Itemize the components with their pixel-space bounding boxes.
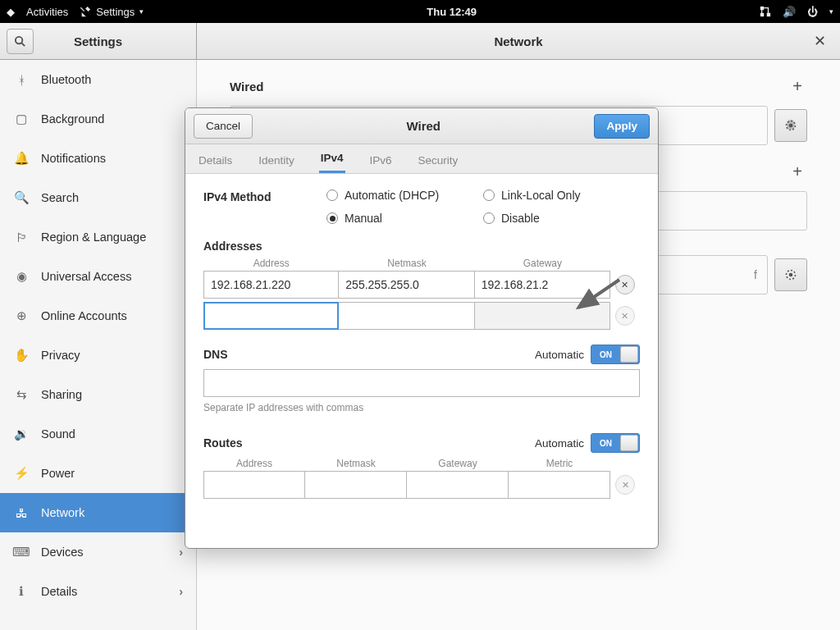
- ipv4-method-link-local-only[interactable]: Link-Local Only: [483, 189, 640, 202]
- ipv4-method-automatic-dhcp-[interactable]: Automatic (DHCP): [326, 189, 483, 202]
- addresses-label: Addresses: [203, 240, 640, 253]
- svg-rect-0: [760, 7, 764, 10]
- tab-security[interactable]: Security: [417, 148, 460, 173]
- radio-icon: [483, 212, 495, 224]
- activities-button[interactable]: Activities: [26, 6, 68, 18]
- ipv4-method-options: Automatic (DHCP)Link-Local OnlyManualDis…: [326, 189, 640, 225]
- ipv4-method-disable[interactable]: Disable: [483, 212, 640, 225]
- gnome-logo-icon: ◆: [7, 6, 15, 18]
- system-menu-chevron-icon[interactable]: ▾: [829, 7, 833, 16]
- tab-identity[interactable]: Identity: [257, 148, 296, 173]
- dialog-header: Cancel Wired Apply: [185, 108, 658, 144]
- address-row-0: ✕: [203, 271, 640, 299]
- dns-label: DNS: [203, 348, 228, 361]
- route-gateway-input[interactable]: [407, 471, 509, 499]
- network-icon[interactable]: [760, 6, 771, 17]
- address-input-new[interactable]: [203, 302, 339, 330]
- netmask-input[interactable]: [339, 271, 474, 299]
- tab-details[interactable]: Details: [197, 148, 234, 173]
- apply-button[interactable]: Apply: [594, 114, 650, 139]
- address-input[interactable]: [203, 271, 339, 299]
- delete-row-button[interactable]: ✕: [615, 275, 635, 294]
- routes-label: Routes: [203, 436, 242, 450]
- radio-icon: [483, 189, 495, 201]
- ipv4-method-manual[interactable]: Manual: [326, 212, 483, 225]
- route-netmask-input[interactable]: [305, 471, 407, 499]
- dns-input[interactable]: [203, 369, 640, 397]
- address-row-1: ✕: [203, 302, 640, 330]
- dns-automatic-label: Automatic: [535, 349, 584, 361]
- gateway-input-new[interactable]: [475, 302, 610, 330]
- dialog-tabs: DetailsIdentityIPv4IPv6Security: [185, 144, 658, 174]
- clock[interactable]: Thu 12:49: [144, 6, 760, 18]
- route-metric-input[interactable]: [509, 471, 610, 499]
- netmask-input-new[interactable]: [339, 302, 474, 330]
- gnome-topbar: ◆ Activities Settings ▾ Thu 12:49 🔊 ⏻ ▾: [0, 0, 840, 23]
- delete-route-button[interactable]: ✕: [615, 475, 635, 495]
- routes-header: Address Netmask Gateway Metric: [203, 458, 640, 469]
- route-row-0: ✕: [203, 471, 640, 499]
- gateway-input[interactable]: [475, 271, 610, 299]
- radio-icon: [326, 189, 338, 201]
- tab-ipv4[interactable]: IPv4: [319, 145, 345, 173]
- svg-rect-2: [760, 13, 764, 16]
- app-menu-button[interactable]: Settings ▾: [80, 6, 144, 18]
- ipv4-method-label: IPv4 Method: [203, 189, 326, 225]
- routes-automatic-toggle[interactable]: ON: [591, 433, 640, 453]
- addresses-header: Address Netmask Gateway: [203, 258, 640, 269]
- route-address-input[interactable]: [203, 471, 305, 499]
- dialog-title: Wired: [253, 119, 594, 133]
- dns-automatic-toggle[interactable]: ON: [591, 345, 640, 364]
- cancel-button[interactable]: Cancel: [194, 114, 253, 139]
- routes-automatic-label: Automatic: [535, 437, 584, 450]
- connection-editor-dialog: Cancel Wired Apply DetailsIdentityIPv4IP…: [185, 107, 659, 549]
- radio-icon: [326, 212, 338, 224]
- dialog-body: IPv4 Method Automatic (DHCP)Link-Local O…: [185, 174, 658, 548]
- dns-hint: Separate IP addresses with commas: [203, 402, 640, 413]
- volume-icon[interactable]: 🔊: [783, 6, 796, 18]
- delete-row-button-new[interactable]: ✕: [615, 306, 635, 326]
- power-icon[interactable]: ⏻: [807, 6, 818, 18]
- tab-ipv6[interactable]: IPv6: [368, 148, 394, 173]
- tools-icon: [80, 6, 91, 17]
